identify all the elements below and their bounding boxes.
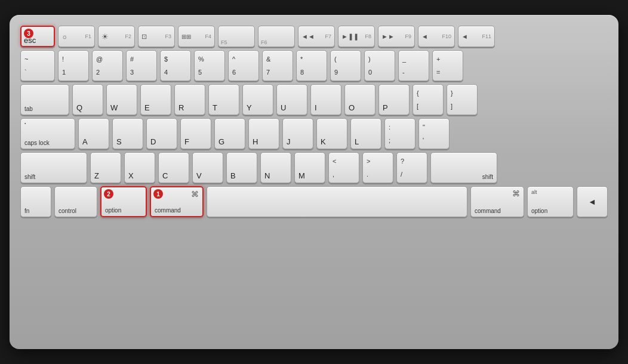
v-key[interactable]: V [192, 152, 223, 183]
number-row: ~` !1 @2 #3 $4 %5 ^6 &7 *8 (9 )0 [20, 50, 608, 81]
3-key[interactable]: #3 [126, 50, 157, 81]
esc-key[interactable]: 3 esc [20, 26, 55, 47]
f-key[interactable]: F [180, 118, 211, 149]
q-key[interactable]: Q [72, 84, 103, 115]
f7-key[interactable]: ◄◄ F7 [298, 26, 335, 47]
option-left-key[interactable]: 2 alt option [100, 186, 147, 217]
qwerty-row: tab Q W E R T Y U I O P {[ }] [20, 84, 608, 115]
option-right-key[interactable]: alt option [527, 186, 574, 217]
m-key[interactable]: M [294, 152, 325, 183]
f4-key[interactable]: ⊞⊞ F4 [178, 26, 215, 47]
h-key[interactable]: H [248, 118, 279, 149]
semicolon-key[interactable]: :; [384, 118, 415, 149]
function-key-row: 3 esc ☼ F1 ☀ F2 ⊡ F3 ⊞⊞ F4 F5 F6 ◄◄ F7 [20, 26, 608, 47]
2-key[interactable]: @2 [92, 50, 123, 81]
f3-key[interactable]: ⊡ F3 [138, 26, 175, 47]
keyboard: 3 esc ☼ F1 ☀ F2 ⊡ F3 ⊞⊞ F4 F5 F6 ◄◄ F7 [10, 15, 618, 349]
equals-key[interactable]: += [432, 50, 463, 81]
grave-key[interactable]: ~` [20, 50, 55, 81]
i-key[interactable]: I [310, 84, 341, 115]
7-key[interactable]: &7 [262, 50, 293, 81]
s-key[interactable]: S [112, 118, 143, 149]
8-key[interactable]: *8 [296, 50, 327, 81]
bracket-left-key[interactable]: {[ [412, 84, 444, 115]
fn-key[interactable]: fn [20, 186, 51, 217]
w-key[interactable]: W [106, 84, 137, 115]
period-key[interactable]: >. [362, 152, 393, 183]
shift-left-key[interactable]: shift [20, 152, 87, 183]
command-right-key[interactable]: ⌘ command [470, 186, 524, 217]
slash-key[interactable]: ?/ [396, 152, 427, 183]
e-key[interactable]: E [140, 84, 171, 115]
bracket-right-key[interactable]: }] [447, 84, 478, 115]
f6-key[interactable]: F6 [258, 26, 295, 47]
f8-key[interactable]: ►❚❚ F8 [338, 26, 375, 47]
p-key[interactable]: P [378, 84, 410, 115]
o-key[interactable]: O [344, 84, 375, 115]
f9-key[interactable]: ►► F9 [378, 26, 415, 47]
9-key[interactable]: (9 [330, 50, 361, 81]
j-key[interactable]: J [282, 118, 313, 149]
z-key[interactable]: Z [90, 152, 121, 183]
zxcv-row: shift Z X C V B N M <, >. ?/ shift [20, 152, 608, 183]
1-key[interactable]: !1 [58, 50, 89, 81]
quote-key[interactable]: "' [418, 118, 450, 149]
f1-key[interactable]: ☼ F1 [58, 26, 95, 47]
t-key[interactable]: T [208, 84, 239, 115]
r-key[interactable]: R [174, 84, 205, 115]
minus-key[interactable]: _- [398, 50, 429, 81]
arrow-left-key[interactable]: ◄ [577, 186, 608, 217]
y-key[interactable]: Y [242, 84, 273, 115]
b-key[interactable]: B [226, 152, 257, 183]
comma-key[interactable]: <, [328, 152, 359, 183]
k-key[interactable]: K [316, 118, 347, 149]
asdf-row: • caps lock A S D F G H J K L :; "' [20, 118, 608, 149]
spacebar-key[interactable] [207, 186, 467, 217]
a-key[interactable]: A [78, 118, 109, 149]
g-key[interactable]: G [214, 118, 245, 149]
control-key[interactable]: control [54, 186, 97, 217]
d-key[interactable]: D [146, 118, 177, 149]
f10-key[interactable]: ◄ F10 [418, 26, 455, 47]
4-key[interactable]: $4 [160, 50, 191, 81]
f5-key[interactable]: F5 [218, 26, 255, 47]
badge-2: 2 [104, 189, 113, 199]
5-key[interactable]: %5 [194, 50, 225, 81]
f2-key[interactable]: ☀ F2 [98, 26, 135, 47]
6-key[interactable]: ^6 [228, 50, 259, 81]
tab-key[interactable]: tab [20, 84, 69, 115]
u-key[interactable]: U [276, 84, 307, 115]
badge-3: 3 [24, 29, 33, 38]
command-left-key[interactable]: 1 ⌘ command [150, 186, 204, 217]
c-key[interactable]: C [158, 152, 189, 183]
0-key[interactable]: )0 [364, 50, 395, 81]
l-key[interactable]: L [350, 118, 381, 149]
modifier-row: fn control 2 alt option 1 ⌘ command ⌘ co… [20, 186, 608, 217]
n-key[interactable]: N [260, 152, 291, 183]
f11-key[interactable]: ◄ F11 [458, 26, 495, 47]
badge-1: 1 [153, 189, 163, 199]
caps-lock-key[interactable]: • caps lock [20, 118, 75, 149]
shift-right-key[interactable]: shift [430, 152, 497, 183]
x-key[interactable]: X [124, 152, 155, 183]
